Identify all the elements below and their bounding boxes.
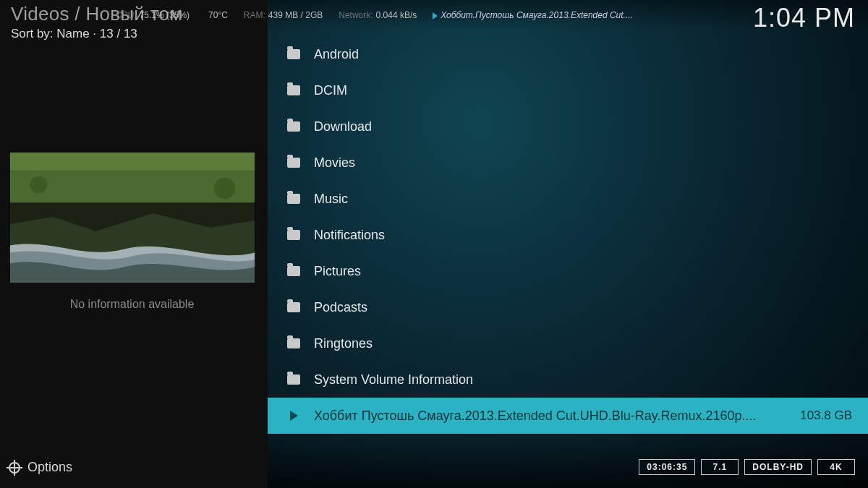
media-badges: 03:06:35 7.1 DOLBY-HD 4K: [639, 459, 855, 475]
list-item[interactable]: Pictures: [268, 253, 868, 289]
folder-icon: [284, 338, 304, 348]
list-item-label: Podcasts: [314, 300, 367, 315]
folder-icon: [284, 194, 304, 204]
list-item[interactable]: Notifications: [268, 217, 868, 253]
thumbnail-image: [9, 153, 255, 283]
folder-icon: [284, 374, 304, 385]
sort-by-indicator[interactable]: Sort by: Name · 13 / 13: [11, 27, 137, 41]
folder-icon: [284, 158, 304, 168]
list-item[interactable]: Podcasts: [268, 289, 868, 325]
folder-icon: [284, 121, 304, 132]
options-label: Options: [27, 460, 72, 475]
list-item-label: System Volume Information: [314, 372, 473, 388]
list-item[interactable]: System Volume Information: [268, 361, 868, 398]
list-item[interactable]: Хоббит Пустошь Смауга.2013.Extended Cut.…: [268, 398, 868, 434]
list-item-label: Хоббит Пустошь Смауга.2013.Extended Cut.…: [314, 408, 757, 424]
list-item-label: Movies: [314, 155, 355, 171]
options-button[interactable]: Options: [9, 460, 72, 475]
list-item[interactable]: Music: [268, 181, 868, 217]
no-information-label: No information available: [0, 298, 264, 311]
list-item[interactable]: Download: [268, 108, 868, 145]
list-item[interactable]: Movies: [268, 145, 868, 181]
cpu-stat: CPU:75.1% (35%): [116, 10, 190, 20]
folder-icon: [284, 302, 304, 312]
list-item-label: Download: [314, 119, 372, 134]
folder-icon: [284, 230, 304, 240]
list-item[interactable]: Android: [268, 36, 868, 72]
play-icon: [433, 12, 438, 20]
folder-icon: [284, 85, 304, 95]
file-list: AndroidDCIMDownloadMoviesMusicNotificati…: [268, 36, 868, 434]
dolby-badge: DOLBY-HD: [744, 459, 812, 475]
svg-point-4: [30, 176, 48, 194]
system-stats-overlay: CPU:75.1% (35%) 70°C RAM:439 MB / 2GB Ne…: [116, 9, 731, 22]
list-item-label: DCIM: [314, 83, 347, 98]
gear-icon: [9, 462, 20, 474]
list-item-label: Notifications: [314, 228, 385, 243]
folder-icon: [284, 49, 304, 59]
folder-icon: [284, 266, 304, 276]
duration-badge: 03:06:35: [639, 459, 695, 475]
list-item-label: Pictures: [314, 264, 361, 279]
svg-point-5: [214, 178, 236, 200]
now-playing-indicator: Хоббит.Пустошь Смауга.2013.Extended Cut.…: [433, 10, 633, 20]
resolution-badge: 4K: [817, 459, 855, 475]
audio-channels-badge: 7.1: [701, 459, 739, 475]
temperature-stat: 70°C: [208, 10, 228, 20]
svg-rect-2: [10, 153, 255, 171]
list-item-label: Ringtones: [314, 336, 373, 351]
list-item-label: Music: [314, 192, 348, 207]
ram-stat: RAM:439 MB / 2GB: [244, 10, 323, 20]
list-item[interactable]: DCIM: [268, 72, 868, 108]
list-item-label: Android: [314, 47, 359, 62]
network-stat: Network:0.044 kB/s: [339, 10, 417, 20]
list-item-size: 103.8 GB: [790, 408, 852, 423]
preview-thumbnail[interactable]: [9, 152, 256, 283]
play-icon: [284, 411, 304, 421]
clock: 1:04 PM: [753, 3, 855, 33]
list-item[interactable]: Ringtones: [268, 325, 868, 361]
